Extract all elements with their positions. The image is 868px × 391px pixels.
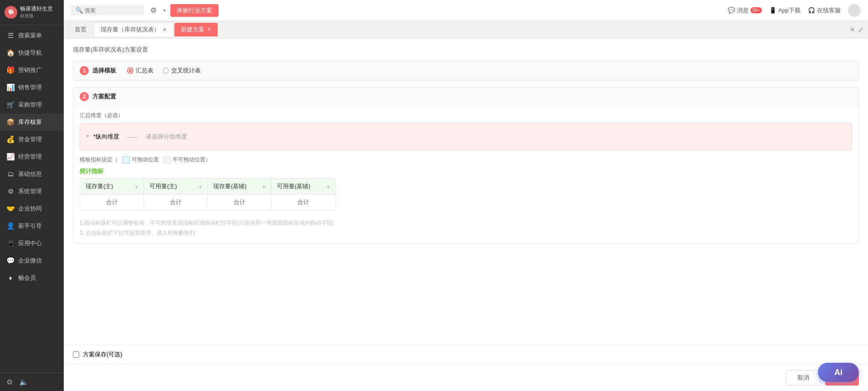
stats-header-label-2: 现存量(基辅) (213, 182, 247, 190)
cancel-button[interactable]: 取消 (786, 370, 821, 386)
radio-summary-label: 汇总表 (136, 67, 153, 75)
sidebar-item-app-center[interactable]: 📱 应用中心 (0, 235, 64, 252)
online-service-item[interactable]: 🎧 在线客服 (808, 6, 841, 15)
inventory-icon: 📦 (6, 118, 15, 126)
stats-header-cell-0[interactable]: 现存量(主)∨ (80, 179, 144, 194)
non-draggable-label: 不可拖动位置） (173, 156, 211, 164)
tab-new-plan[interactable]: 新建方案 ✕ (174, 23, 218, 36)
sidebar-item-operations[interactable]: 📈 经营管理 (0, 148, 64, 165)
step1-title: 选择模板 (92, 67, 116, 75)
radio-cross[interactable]: 交叉统计表 (163, 67, 201, 75)
summary-dimension-label: 汇总维度（必选） (80, 112, 852, 119)
message-label: 消息 (737, 6, 749, 15)
sidebar-item-cooperation[interactable]: 🤝 企业协同 (0, 200, 64, 217)
indicator-settings-label: 模板指标设定（ 可拖动位置 不可拖动位置） (80, 156, 852, 164)
tip-1: 1.拖动标题栏可以调整布局，不可跨维度或指标区域拖动栏目字段(只能在同一维度或指… (80, 218, 852, 228)
stats-header-label-3: 可用量(基辅) (277, 182, 311, 190)
tab-inventory-label: 现存量（库存状况表） (101, 26, 160, 34)
sidebar-bottom: ⚙ 🔈 (0, 373, 64, 391)
purchase-label: 采购管理 (18, 101, 42, 109)
step2-header: 2 方案配置 (73, 87, 858, 106)
dimension-placeholder[interactable]: 请选择分组维度 (146, 133, 187, 141)
step2-badge: 2 (80, 92, 89, 101)
sidebar-item-system[interactable]: ⚙ 系统管理 (0, 183, 64, 200)
sidebar-item-marketing[interactable]: 🎁 营销推广 (0, 62, 64, 79)
stats-row-cell-2: 合计 (208, 195, 271, 210)
guide-icon: 👤 (6, 222, 15, 230)
member-label: 畅会员 (18, 274, 36, 282)
sidebar-item-quick-nav[interactable]: 🏠 快捷导航 (0, 44, 64, 62)
sidebar-item-basic-info[interactable]: 🗂 基础信息 (0, 165, 64, 183)
step1-header: 1 选择模板 汇总表 交叉统计表 (73, 62, 858, 80)
tab-new-plan-close-icon[interactable]: ✕ (207, 26, 211, 32)
tabs-bar: 首页 现存量（库存状况表） ✕ 新建方案 ✕ ✕ ⤢ (64, 21, 868, 38)
stats-header-cell-2[interactable]: 现存量(基辅)∨ (208, 179, 271, 194)
message-item[interactable]: 💬 消息 99+ (728, 6, 762, 15)
app-name: 畅康通好生意 (20, 5, 53, 13)
app-logo-icon: 畅 (5, 6, 17, 19)
stats-area: 统计指标 现存量(主)∨可用量(主)∨现存量(基辅)∨可用量(基辅)∨ 合计合计… (80, 167, 852, 212)
sales-label: 销售管理 (18, 83, 42, 92)
settings-gear-icon[interactable]: ⚙ (150, 6, 157, 15)
sidebar-item-finance[interactable]: 💰 资金管理 (0, 131, 64, 148)
user-avatar[interactable] (848, 4, 861, 17)
settings-bottom-icon[interactable]: ⚙ (6, 378, 13, 386)
sidebar-item-wechat[interactable]: 💬 企业微信 (0, 252, 64, 269)
operations-label: 经营管理 (18, 153, 42, 161)
save-checkbox[interactable] (73, 351, 79, 358)
content-inner: 现存量(库存状况表)方案设置 1 选择模板 汇总表 交叉统计表 (64, 38, 868, 345)
tab-inventory-status[interactable]: 现存量（库存状况表） ✕ (94, 22, 174, 36)
audio-bottom-icon[interactable]: 🔈 (19, 378, 28, 386)
industry-plan-button[interactable]: 体验行业方案 (170, 4, 219, 17)
tab-home[interactable]: 首页 (68, 23, 93, 36)
step1-section: 1 选择模板 汇总表 交叉统计表 (73, 61, 859, 81)
basic-info-label: 基础信息 (18, 170, 42, 178)
topbar: 🔍 ⚙ ▾ 体验行业方案 💬 消息 99+ 📱 App下载 🎧 在线客服 (64, 0, 868, 21)
stats-header-chevron-0: ∨ (135, 184, 138, 189)
dash-separator: —— (127, 134, 138, 140)
tab-inventory-close-icon[interactable]: ✕ (163, 27, 167, 33)
topbar-search-bar[interactable]: 🔍 (71, 5, 144, 15)
draggable-label: 可拖动位置 (132, 156, 159, 164)
tab-collapse-icon[interactable]: ✕ (850, 26, 855, 33)
template-radio-group: 汇总表 交叉统计表 (127, 67, 201, 75)
tab-expand-icon[interactable]: ⤢ (858, 26, 863, 33)
app-download-item[interactable]: 📱 App下载 (769, 6, 801, 15)
topbar-right: 💬 消息 99+ 📱 App下载 🎧 在线客服 (728, 4, 861, 17)
ai-fab-button[interactable]: Ai (818, 363, 859, 382)
stats-header-cell-1[interactable]: 可用量(主)∨ (144, 179, 208, 194)
sidebar-item-sales[interactable]: 📊 销售管理 (0, 79, 64, 96)
sidebar-item-purchase[interactable]: 🛒 采购管理 (0, 96, 64, 113)
footer-save-row: 方案保存(可选) (64, 345, 868, 364)
radio-cross-dot (163, 67, 169, 74)
member-icon: ♦ (6, 274, 15, 282)
search-menu-icon: ☰ (6, 31, 15, 40)
topbar-chevron-icon[interactable]: ▾ (163, 7, 166, 14)
stats-header-cell-3[interactable]: 可用量(基辅)∨ (271, 179, 335, 194)
stats-header-chevron-1: ∨ (199, 184, 202, 189)
sidebar-item-member[interactable]: ♦ 畅会员 (0, 269, 64, 287)
sidebar-item-search-menu[interactable]: ☰ 搜索菜单 (0, 27, 64, 44)
draggable-legend-box (123, 156, 130, 164)
legend-group: 可拖动位置 不可拖动位置） (123, 156, 211, 164)
step2-title: 方案配置 (92, 93, 116, 101)
sidebar: 畅 畅康通好生意 标准版 ☰ 搜索菜单 🏠 快捷导航 🎁 营销推广 📊 销售管理… (0, 0, 64, 391)
tab-new-plan-label: 新建方案 (181, 26, 204, 34)
sidebar-item-guide[interactable]: 👤 新手引导 (0, 217, 64, 235)
tips-section: 1.拖动标题栏可以调整布局，不可跨维度或指标区域拖动栏目字段(只能在同一维度或指… (80, 218, 852, 238)
search-input[interactable] (85, 7, 139, 14)
vertical-dimension-row: * *纵向维度 —— 请选择分组维度 (80, 123, 852, 150)
cooperation-label: 企业协同 (18, 205, 42, 213)
main-area: 🔍 ⚙ ▾ 体验行业方案 💬 消息 99+ 📱 App下载 🎧 在线客服 (64, 0, 868, 391)
legend-non-draggable: 不可拖动位置） (163, 156, 211, 164)
sidebar-item-inventory[interactable]: 📦 库存核算 (0, 113, 64, 131)
finance-icon: 💰 (6, 135, 15, 144)
app-center-icon: 📱 (6, 239, 15, 247)
finance-label: 资金管理 (18, 135, 42, 144)
radio-summary[interactable]: 汇总表 (127, 67, 153, 75)
vertical-label: *纵向维度 (93, 133, 119, 141)
stats-label: 统计指标 (80, 167, 852, 175)
app-download-icon: 📱 (769, 7, 776, 14)
required-star-icon: * (87, 134, 89, 140)
guide-label: 新手引导 (18, 222, 42, 230)
